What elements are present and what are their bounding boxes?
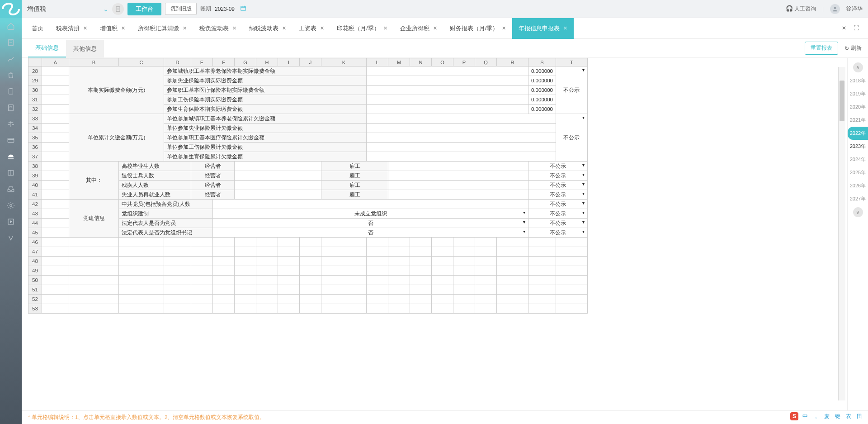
cell[interactable] bbox=[164, 285, 191, 295]
disclose-dropdown[interactable]: 不公示 bbox=[528, 190, 588, 200]
cell[interactable] bbox=[300, 295, 321, 304]
col-header-Q[interactable]: Q bbox=[475, 58, 497, 67]
cell[interactable] bbox=[528, 247, 556, 257]
col-header-A[interactable]: A bbox=[42, 58, 69, 67]
cell[interactable] bbox=[119, 295, 164, 304]
cell[interactable] bbox=[300, 304, 321, 314]
cell[interactable] bbox=[556, 295, 587, 304]
year-2020年[interactable]: 2020年 bbox=[848, 100, 868, 114]
col-header-E[interactable]: E bbox=[191, 58, 213, 67]
disclose-dropdown[interactable]: 不公示 bbox=[528, 209, 588, 219]
row-header[interactable]: 33 bbox=[28, 114, 42, 124]
value-cell[interactable] bbox=[367, 105, 528, 114]
cell[interactable] bbox=[453, 285, 475, 295]
year-2019年[interactable]: 2019年 bbox=[848, 87, 868, 100]
row-header[interactable]: 50 bbox=[28, 276, 42, 285]
value-dropdown[interactable]: 否 bbox=[213, 219, 528, 228]
cell[interactable] bbox=[42, 209, 69, 219]
cell[interactable] bbox=[432, 238, 453, 247]
cell[interactable] bbox=[497, 285, 528, 295]
ime-icon-0[interactable]: S bbox=[790, 412, 798, 420]
cell[interactable] bbox=[432, 304, 453, 314]
cell[interactable] bbox=[528, 266, 556, 276]
cell[interactable] bbox=[475, 285, 497, 295]
cell[interactable] bbox=[528, 257, 556, 266]
value-cell[interactable] bbox=[388, 171, 528, 181]
row-header[interactable]: 52 bbox=[28, 295, 42, 304]
cell[interactable] bbox=[388, 266, 410, 276]
tab-close-icon[interactable]: ✕ bbox=[231, 25, 236, 31]
cell[interactable] bbox=[213, 285, 235, 295]
cell[interactable] bbox=[278, 266, 300, 276]
cell[interactable] bbox=[453, 247, 475, 257]
workspace-button[interactable]: 工作台 bbox=[127, 3, 161, 15]
cell[interactable] bbox=[69, 276, 119, 285]
cell[interactable] bbox=[453, 304, 475, 314]
row-header[interactable]: 44 bbox=[28, 219, 42, 228]
col-header-N[interactable]: N bbox=[410, 58, 432, 67]
tab-税表清册[interactable]: 税表清册✕ bbox=[50, 18, 94, 39]
cell[interactable] bbox=[475, 295, 497, 304]
tab-企业所得税[interactable]: 企业所得税✕ bbox=[394, 18, 443, 39]
cell[interactable] bbox=[300, 238, 321, 247]
cell[interactable] bbox=[256, 257, 278, 266]
cell[interactable] bbox=[69, 257, 119, 266]
tab-close-icon[interactable]: ✕ bbox=[432, 25, 437, 31]
cell[interactable] bbox=[432, 257, 453, 266]
cell[interactable] bbox=[556, 285, 587, 295]
tab-所得税汇算清缴[interactable]: 所得税汇算清缴✕ bbox=[132, 18, 193, 39]
cell[interactable] bbox=[556, 266, 587, 276]
cell[interactable] bbox=[321, 276, 367, 285]
cell[interactable] bbox=[42, 76, 69, 86]
value-cell[interactable] bbox=[235, 162, 321, 171]
cell[interactable] bbox=[278, 276, 300, 285]
nav-scale-icon[interactable] bbox=[0, 116, 22, 132]
value-cell[interactable]: 0.000000 bbox=[528, 67, 556, 76]
col-header-R[interactable]: R bbox=[497, 58, 528, 67]
cell[interactable] bbox=[556, 304, 587, 314]
cell[interactable] bbox=[367, 276, 388, 285]
row-header[interactable]: 28 bbox=[28, 67, 42, 76]
value-cell[interactable] bbox=[388, 181, 528, 190]
cell[interactable] bbox=[497, 257, 528, 266]
cell[interactable] bbox=[42, 143, 69, 152]
cell[interactable] bbox=[432, 276, 453, 285]
row-header[interactable]: 51 bbox=[28, 285, 42, 295]
period-value[interactable]: 2023-09 bbox=[215, 6, 235, 12]
row-header[interactable]: 37 bbox=[28, 152, 42, 162]
cell[interactable] bbox=[321, 295, 367, 304]
nav-inbox-icon[interactable] bbox=[0, 181, 22, 197]
cell[interactable] bbox=[42, 200, 69, 209]
cell[interactable] bbox=[256, 295, 278, 304]
disclose-dropdown[interactable]: 不公示 bbox=[556, 67, 587, 114]
cell[interactable] bbox=[191, 247, 213, 257]
cell[interactable] bbox=[410, 304, 432, 314]
cell[interactable] bbox=[453, 257, 475, 266]
tab-close-icon[interactable]: ✕ bbox=[562, 25, 567, 31]
cell[interactable] bbox=[213, 247, 235, 257]
nav-box-icon[interactable] bbox=[0, 165, 22, 181]
cell[interactable] bbox=[42, 124, 69, 133]
nav-food-icon[interactable] bbox=[0, 148, 22, 165]
disclose-dropdown[interactable]: 不公示 bbox=[528, 219, 588, 228]
col-header-D[interactable]: D bbox=[164, 58, 191, 67]
value-cell[interactable] bbox=[213, 200, 528, 209]
cell[interactable] bbox=[453, 276, 475, 285]
cell[interactable] bbox=[367, 238, 388, 247]
value-cell[interactable]: 0.000000 bbox=[528, 95, 556, 105]
cell[interactable] bbox=[528, 304, 556, 314]
cell[interactable] bbox=[191, 276, 213, 285]
value-cell[interactable] bbox=[235, 190, 321, 200]
cell[interactable] bbox=[42, 86, 69, 95]
cell[interactable] bbox=[191, 304, 213, 314]
row-header[interactable]: 34 bbox=[28, 124, 42, 133]
cell[interactable] bbox=[42, 181, 69, 190]
cell[interactable] bbox=[321, 266, 367, 276]
cell[interactable] bbox=[213, 276, 235, 285]
value-cell[interactable]: 0.000000 bbox=[528, 76, 556, 86]
tab-close-icon[interactable]: ✕ bbox=[281, 25, 286, 31]
spreadsheet[interactable]: ABCDEFGHIJKLMNOPQRST28本期实际缴费金额(万元)参加城镇职工… bbox=[22, 58, 847, 410]
cell[interactable] bbox=[42, 238, 69, 247]
cell[interactable] bbox=[278, 304, 300, 314]
cell[interactable] bbox=[410, 238, 432, 247]
